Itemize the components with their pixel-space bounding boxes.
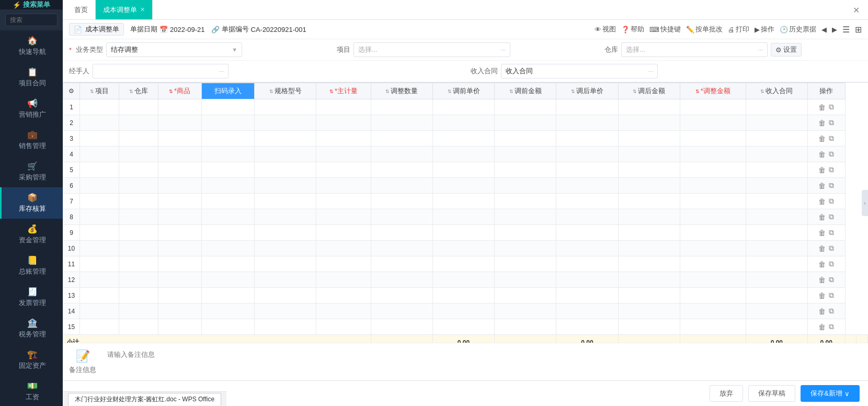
copy-row-button[interactable]: ⧉ (829, 165, 834, 174)
table-cell[interactable] (680, 272, 746, 288)
sidebar-item-fund-mgmt[interactable]: 💰 资金管理 (0, 219, 63, 250)
table-cell[interactable] (746, 99, 807, 115)
delete-row-button[interactable]: 🗑 (818, 119, 826, 127)
operation-btn[interactable]: ▶ 操作 (755, 25, 774, 34)
table-cell[interactable] (201, 303, 255, 319)
table-row[interactable]: 5🗑⧉ (63, 162, 868, 178)
action-cell[interactable]: 🗑⧉ (807, 272, 845, 288)
sidebar-item-invoice-mgmt[interactable]: 🧾 发票管理 (0, 281, 63, 313)
table-cell[interactable] (432, 162, 494, 178)
delete-row-button[interactable]: 🗑 (818, 291, 826, 300)
notes-input[interactable] (102, 347, 862, 376)
table-cell[interactable] (746, 146, 807, 162)
table-cell[interactable] (201, 225, 255, 241)
table-cell[interactable] (556, 194, 618, 209)
table-cell[interactable] (680, 225, 746, 241)
sidebar-item-tax-mgmt[interactable]: 🏦 税务管理 (0, 313, 63, 344)
copy-row-button[interactable]: ⧉ (829, 150, 834, 159)
table-cell[interactable] (746, 288, 807, 303)
table-cell[interactable] (201, 178, 255, 194)
table-cell[interactable] (556, 115, 618, 131)
table-cell[interactable] (618, 241, 680, 256)
action-cell[interactable]: 🗑⧉ (807, 194, 845, 209)
table-cell[interactable] (158, 209, 201, 225)
copy-row-button[interactable]: ⧉ (829, 228, 834, 237)
table-cell[interactable] (371, 146, 432, 162)
table-row[interactable]: 12🗑⧉ (63, 272, 868, 288)
table-cell[interactable] (255, 319, 316, 335)
delete-row-button[interactable]: 🗑 (818, 276, 826, 284)
table-cell[interactable] (618, 319, 680, 335)
window-close-button[interactable]: ✕ (853, 5, 860, 15)
table-cell[interactable] (680, 194, 746, 209)
table-cell[interactable] (556, 209, 618, 225)
table-cell[interactable] (680, 303, 746, 319)
table-row[interactable]: 9🗑⧉ (63, 225, 868, 241)
delete-row-button[interactable]: 🗑 (818, 134, 826, 143)
table-cell[interactable] (316, 303, 371, 319)
table-cell[interactable] (201, 99, 255, 115)
tab-home[interactable]: 首页 (67, 0, 96, 19)
table-cell[interactable] (371, 131, 432, 146)
table-cell[interactable] (556, 272, 618, 288)
copy-row-button[interactable]: ⧉ (829, 212, 834, 221)
sidebar-item-payroll[interactable]: 💵 工资 (0, 376, 63, 406)
table-cell[interactable] (371, 209, 432, 225)
table-cell[interactable] (158, 288, 201, 303)
search-input[interactable] (5, 14, 58, 26)
table-cell[interactable] (495, 225, 556, 241)
table-cell[interactable] (618, 194, 680, 209)
table-cell[interactable] (119, 99, 158, 115)
table-cell[interactable] (618, 303, 680, 319)
delete-row-button[interactable]: 🗑 (818, 244, 826, 253)
table-cell[interactable] (158, 178, 201, 194)
shortcut-btn[interactable]: ⌨ 快捷键 (649, 25, 681, 34)
table-cell[interactable] (255, 209, 316, 225)
action-cell[interactable]: 🗑⧉ (807, 162, 845, 178)
table-cell[interactable] (158, 99, 201, 115)
table-cell[interactable] (316, 272, 371, 288)
table-cell[interactable] (618, 115, 680, 131)
table-cell[interactable] (80, 162, 119, 178)
table-cell[interactable] (495, 146, 556, 162)
table-cell[interactable] (119, 162, 158, 178)
table-cell[interactable] (680, 178, 746, 194)
action-cell[interactable]: 🗑⧉ (807, 319, 845, 335)
table-cell[interactable] (556, 178, 618, 194)
table-cell[interactable] (680, 146, 746, 162)
table-cell[interactable] (316, 178, 371, 194)
table-row[interactable]: 3🗑⧉ (63, 131, 868, 146)
grid-view-btn[interactable]: ⊞ (855, 25, 862, 35)
table-cell[interactable] (80, 115, 119, 131)
table-cell[interactable] (746, 194, 807, 209)
table-row[interactable]: 15🗑⧉ (63, 319, 868, 335)
delete-row-button[interactable]: 🗑 (818, 323, 826, 331)
table-cell[interactable] (158, 131, 201, 146)
save-new-button[interactable]: 保存&新增 ∨ (801, 385, 860, 402)
table-cell[interactable] (618, 162, 680, 178)
action-cell[interactable]: 🗑⧉ (807, 303, 845, 319)
wps-tab[interactable]: 木门行业好业财处理方案-酱虹红.doc - WPS Office (68, 393, 221, 405)
table-cell[interactable] (201, 209, 255, 225)
tab-cost-adjust[interactable]: 成本调整单 ✕ (96, 0, 153, 19)
settings-button[interactable]: ⚙ 设置 (771, 43, 802, 57)
table-cell[interactable] (119, 178, 158, 194)
table-cell[interactable] (432, 225, 494, 241)
table-cell[interactable] (556, 162, 618, 178)
table-cell[interactable] (80, 178, 119, 194)
table-cell[interactable] (158, 241, 201, 256)
delete-row-button[interactable]: 🗑 (818, 166, 826, 174)
table-cell[interactable] (556, 99, 618, 115)
table-cell[interactable] (432, 303, 494, 319)
table-cell[interactable] (371, 178, 432, 194)
table-row[interactable]: 2🗑⧉ (63, 115, 868, 131)
table-cell[interactable] (495, 319, 556, 335)
table-cell[interactable] (618, 272, 680, 288)
table-cell[interactable] (680, 115, 746, 131)
sidebar-item-sales-mgmt[interactable]: 💼 销售管理 (0, 125, 63, 156)
table-cell[interactable] (556, 288, 618, 303)
col-scan-input[interactable]: 扫码录入 (201, 83, 255, 99)
right-collapse-handle[interactable]: › (862, 190, 868, 216)
table-cell[interactable] (618, 131, 680, 146)
table-cell[interactable] (158, 256, 201, 272)
